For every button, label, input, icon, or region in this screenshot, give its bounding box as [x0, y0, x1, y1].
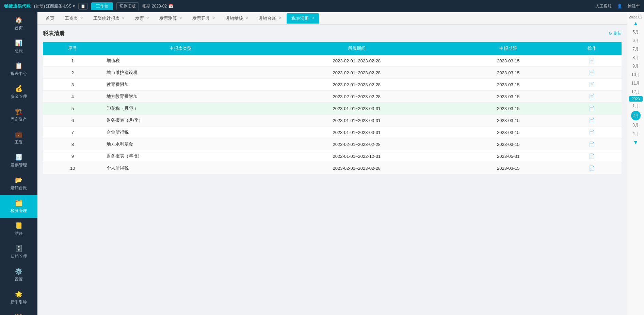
switch-version-button[interactable]: 切到旧版 [116, 2, 139, 10]
sidebar-label-salary: 工资 [15, 139, 23, 145]
table-row: 2 城市维护建设税 2023-02-01~2023-02-28 2023-03-… [43, 67, 622, 79]
cell-action[interactable]: 📄 [562, 55, 622, 67]
tab-invoice-issue[interactable]: 发票开具 ✕ [188, 13, 220, 24]
cell-action[interactable]: 📄 [562, 79, 622, 91]
copy-button[interactable]: 📋 [78, 3, 88, 10]
cell-id: 4 [43, 91, 102, 103]
action-icon[interactable]: 📄 [589, 153, 595, 159]
timeline-month-12[interactable]: 12月 [629, 88, 643, 96]
timeline-month-10[interactable]: 10月 [629, 71, 643, 79]
period-label: 账期 [142, 3, 150, 9]
sidebar-label-guide: 新手引导 [11, 299, 27, 305]
sidebar-item-purchase-sales[interactable]: 📂 进销台账 [0, 172, 37, 195]
cell-type: 财务报表（年报） [102, 150, 259, 162]
cell-action[interactable]: 📄 [562, 115, 622, 126]
tab-sales-ledger-close[interactable]: ✕ [278, 16, 281, 20]
action-icon[interactable]: 📄 [589, 118, 595, 123]
cell-period: 2023-01-01~2023-03-31 [259, 115, 454, 126]
cell-action[interactable]: 📄 [562, 138, 622, 150]
sidebar-item-archive[interactable]: 🗄️ 归档管理 [0, 241, 37, 264]
cell-period: 2023-02-01~2023-02-28 [259, 67, 454, 79]
cell-period: 2023-02-01~2023-02-28 [259, 138, 454, 150]
cell-action[interactable]: 📄 [562, 150, 622, 162]
workspace-button[interactable]: 工作台 [91, 2, 113, 10]
company-selector[interactable]: (勿动) 江西服圣-LSS ▾ [34, 3, 75, 9]
sidebar-item-tax[interactable]: 🗂️ 税务管理 [0, 195, 37, 218]
sidebar-item-assets[interactable]: 🏗️ 固定资产 [0, 104, 37, 126]
vip-icon: 👑 [15, 313, 22, 315]
cell-action[interactable]: 📄 [562, 67, 622, 79]
tab-invoice-calc-label: 发票测算 [159, 15, 177, 21]
cell-action[interactable]: 📄 [562, 162, 622, 174]
action-icon[interactable]: 📄 [589, 106, 595, 111]
sidebar-item-ledger[interactable]: 📊 总账 [0, 35, 37, 58]
timeline-month-11[interactable]: 11月 [629, 79, 643, 88]
tab-sales-audit-close[interactable]: ✕ [245, 16, 248, 20]
page-header: 税表清册 ↻ 刷新 [43, 30, 622, 37]
tab-tax-list[interactable]: 税表清册 ✕ [287, 13, 319, 24]
action-icon[interactable]: 📄 [589, 165, 595, 171]
timeline-month-4[interactable]: 4月 [629, 130, 643, 138]
cell-action[interactable]: 📄 [562, 126, 622, 138]
cell-id: 7 [43, 126, 102, 138]
cell-period: 2023-01-01~2023-03-31 [259, 126, 454, 138]
tab-salary-table[interactable]: 工资表 ✕ [60, 13, 88, 24]
tab-salary-table-close[interactable]: ✕ [80, 16, 83, 20]
timeline-month-9[interactable]: 9月 [629, 62, 643, 71]
sidebar-label-ledger: 总账 [15, 48, 23, 54]
timeline-month-2-active[interactable]: 2月 [631, 111, 641, 120]
company-dropdown-icon[interactable]: ▾ [73, 4, 75, 9]
period-calendar-icon[interactable]: 📅 [168, 4, 173, 9]
col-header-type: 申报表类型 [102, 42, 259, 55]
tab-invoice-close[interactable]: ✕ [146, 16, 149, 20]
tab-invoice-issue-close[interactable]: ✕ [212, 16, 215, 20]
timeline-down-button[interactable]: ▼ [633, 139, 639, 146]
tab-salary-stat[interactable]: 工资统计报表 ✕ [88, 13, 130, 24]
cell-id: 5 [43, 103, 102, 115]
sidebar-item-funds[interactable]: 💰 资金管理 [0, 81, 37, 104]
action-icon[interactable]: 📄 [589, 58, 595, 63]
sidebar-item-vip[interactable]: 👑 畅会员 [0, 309, 37, 315]
cell-action[interactable]: 📄 [562, 91, 622, 103]
tab-tax-list-close[interactable]: ✕ [311, 16, 314, 20]
tab-invoice-calc[interactable]: 发票测算 ✕ [155, 13, 187, 24]
timeline-month-7[interactable]: 7月 [629, 45, 643, 54]
tab-sales-ledger[interactable]: 进销台账 ✕ [254, 13, 286, 24]
action-icon[interactable]: 📄 [589, 130, 595, 135]
timeline-year-2023[interactable]: 2023 [629, 96, 643, 102]
sidebar-label-home: 首页 [15, 25, 23, 31]
sidebar-item-closing[interactable]: 📒 结账 [0, 218, 37, 241]
cell-action[interactable]: 📄 [562, 103, 622, 115]
tab-home[interactable]: 首页 [41, 13, 59, 24]
sidebar-item-settings[interactable]: ⚙️ 设置 [0, 264, 37, 286]
sidebar-item-invoice[interactable]: 🧾 发票管理 [0, 149, 37, 172]
tab-invoice-calc-close[interactable]: ✕ [179, 16, 182, 20]
salary-icon: 💼 [15, 131, 22, 138]
timeline-month-1[interactable]: 1月 [629, 102, 643, 110]
table-row: 6 财务报表（月/季） 2023-01-01~2023-03-31 2023-0… [43, 115, 622, 126]
action-icon[interactable]: 📄 [589, 94, 595, 99]
timeline-header: 2023.02 [629, 15, 643, 19]
cell-deadline: 2023-03-15 [454, 126, 562, 138]
cell-id: 3 [43, 79, 102, 91]
tab-sales-audit[interactable]: 进销稽核 ✕ [221, 13, 253, 24]
tab-salary-stat-close[interactable]: ✕ [122, 16, 125, 20]
sidebar-item-salary[interactable]: 💼 工资 [0, 126, 37, 149]
sidebar-item-guide[interactable]: 🌟 新手引导 [0, 286, 37, 309]
timeline-month-5[interactable]: 5月 [629, 28, 643, 36]
sidebar-item-report[interactable]: 📋 报表中心 [0, 58, 37, 81]
action-icon[interactable]: 📄 [589, 141, 595, 147]
timeline-month-6[interactable]: 6月 [629, 36, 643, 45]
action-icon[interactable]: 📄 [589, 70, 595, 75]
timeline-up-button[interactable]: ▲ [633, 20, 639, 27]
tab-salary-table-label: 工资表 [65, 15, 78, 21]
timeline-month-8[interactable]: 8月 [629, 54, 643, 62]
customer-service-link[interactable]: 人工客服 [595, 3, 612, 9]
sidebar-label-closing: 结账 [15, 231, 23, 237]
timeline-month-3[interactable]: 3月 [629, 121, 643, 130]
top-bar: 畅捷通易代账 (勿动) 江西服圣-LSS ▾ 📋 工作台 切到旧版 账期 202… [0, 0, 644, 12]
sidebar-item-home[interactable]: 🏠 首页 [0, 12, 37, 35]
refresh-button[interactable]: ↻ 刷新 [609, 31, 622, 36]
tab-invoice[interactable]: 发票 ✕ [130, 13, 154, 24]
action-icon[interactable]: 📄 [589, 82, 595, 87]
